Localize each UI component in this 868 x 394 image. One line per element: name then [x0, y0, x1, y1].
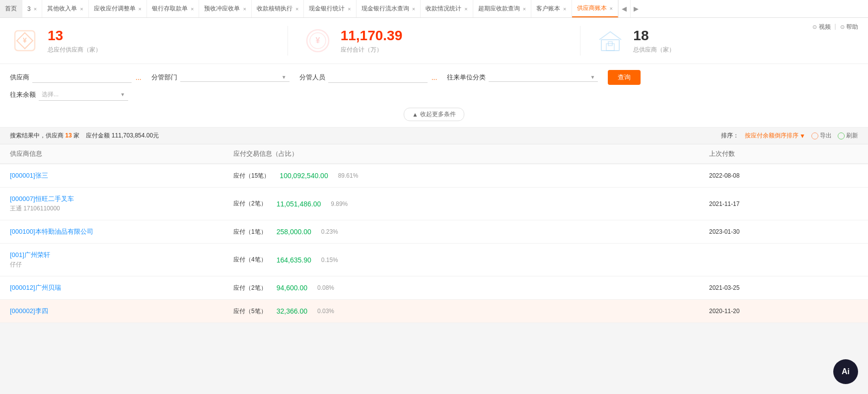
- nav-ar-ap-adjust[interactable]: 应收应付调整单 ×: [89, 0, 147, 17]
- export-icon: [811, 132, 818, 139]
- divider-2: [580, 26, 580, 56]
- close-collection-exec[interactable]: ×: [295, 6, 298, 12]
- tx-amount-link[interactable]: 258,000.00: [277, 228, 311, 236]
- query-button[interactable]: 查询: [608, 70, 641, 85]
- close-bank-deposit[interactable]: ×: [191, 6, 194, 12]
- balance-placeholder: 选择...: [42, 90, 59, 99]
- nav-tab-3[interactable]: 3 ×: [22, 0, 42, 17]
- tx-info-cell: 应付（15笔） 100,092,540.00 89.61%: [233, 172, 709, 180]
- nav-collection-exec[interactable]: 收款核销执行 ×: [252, 0, 304, 17]
- balance-select[interactable]: 选择... ▼: [39, 89, 128, 101]
- nav-collection-stat[interactable]: 收款情况统计 ×: [421, 0, 473, 17]
- link-separator: |: [835, 23, 836, 31]
- tx-amount-link[interactable]: 164,635.90: [277, 256, 311, 264]
- summary-bar: ⊙ 视频 | ⊙ 帮助 ¥ 13 总应付供应商（家） ¥ 11,170.39: [0, 18, 868, 64]
- nav-customer-ledger[interactable]: 客户账本 ×: [531, 0, 572, 17]
- total-payable-suppliers-count: 13: [48, 27, 101, 44]
- nav-bank-deposit[interactable]: 银行存取款单 ×: [147, 0, 199, 17]
- category-select[interactable]: ▼: [489, 73, 598, 82]
- supplier-info-cell: [000012]广州贝瑞: [10, 283, 233, 292]
- supplier-link[interactable]: [001]广州荣轩: [10, 251, 50, 259]
- result-actions: 排序： 按应付余额倒序排序 ▼ 导出 刷新: [721, 131, 858, 140]
- tx-percent: 0.03%: [317, 308, 334, 315]
- supplier-link[interactable]: [000100]本特勤油品有限公司: [10, 228, 93, 235]
- supplier-dots[interactable]: ...: [136, 73, 142, 81]
- coin-icon: ¥: [303, 26, 333, 56]
- category-filter: 往来单位分类 ▼: [447, 73, 598, 82]
- nav-overdue-ar[interactable]: 超期应收款查询 ×: [473, 0, 531, 17]
- close-collection-stat[interactable]: ×: [464, 6, 467, 12]
- close-customer-ledger[interactable]: ×: [563, 6, 566, 12]
- supplier-link[interactable]: [000001]张三: [10, 172, 48, 179]
- sort-label: 排序：: [721, 131, 739, 140]
- help-link[interactable]: ⊙ 帮助: [840, 23, 858, 31]
- last-pay-cell: 2023-01-30: [709, 228, 858, 235]
- sort-select[interactable]: 按应付余额倒序排序 ▼: [745, 131, 805, 140]
- supplier-link[interactable]: [000002]李四: [10, 307, 48, 315]
- supplier-info-cell: [000001]张三: [10, 171, 233, 180]
- category-arrow-icon: ▼: [590, 74, 595, 80]
- supplier-filter: 供应商 ...: [10, 72, 142, 83]
- nav-cash-bank-flow[interactable]: 现金银行流水查询 ×: [357, 0, 421, 17]
- person-input[interactable]: [328, 72, 428, 83]
- balance-arrow-icon: ▼: [120, 92, 125, 97]
- supplier-link[interactable]: [000007]恒旺二手叉车: [10, 195, 74, 202]
- nav-home[interactable]: 首页: [0, 0, 22, 17]
- last-pay-cell: 2021-11-17: [709, 200, 858, 207]
- tx-label: 应付（4笔）: [233, 256, 267, 264]
- supplier-input[interactable]: [32, 72, 132, 83]
- video-link[interactable]: ⊙ 视频: [812, 23, 830, 31]
- person-dots[interactable]: ...: [432, 73, 437, 81]
- supplier-link[interactable]: [000012]广州贝瑞: [10, 284, 61, 291]
- table-header: 供应商信息 应付交易信息（占比） 上次付数: [0, 144, 868, 164]
- dept-select[interactable]: ▼: [180, 73, 289, 82]
- close-cash-bank-stat[interactable]: ×: [348, 6, 351, 12]
- nav-supplier-ledger[interactable]: 供应商账本 ×: [572, 0, 618, 17]
- supplier-info-cell: [001]广州荣轩 仔仔: [10, 251, 233, 269]
- close-supplier-ledger[interactable]: ×: [610, 5, 613, 11]
- export-button[interactable]: 导出: [811, 131, 832, 140]
- person-filter: 分管人员 ...: [299, 72, 437, 83]
- svg-text:¥: ¥: [23, 36, 27, 44]
- tx-amount-link[interactable]: 94,600.00: [277, 284, 307, 292]
- supplier-label: 供应商: [10, 73, 29, 82]
- total-payable-label: 应付合计（万）: [341, 46, 403, 54]
- close-ar-ap-adjust[interactable]: ×: [139, 6, 142, 12]
- close-tab-3[interactable]: ×: [34, 6, 37, 12]
- summary-text-3: 18 总供应商（家）: [633, 27, 675, 55]
- nav-cash-bank-stat[interactable]: 现金银行统计 ×: [304, 0, 356, 17]
- table-row: [000007]恒旺二手叉车 王通 17106110000 应付（2笔） 11,…: [0, 188, 868, 220]
- close-prepay-offset[interactable]: ×: [243, 6, 246, 12]
- last-pay-cell: 2022-08-08: [709, 172, 858, 179]
- header-tx-info: 应付交易信息（占比）: [233, 149, 709, 158]
- result-count: 13: [65, 132, 72, 139]
- tx-label: 应付（5笔）: [233, 307, 267, 316]
- tx-label: 应付（2笔）: [233, 284, 267, 292]
- close-cash-bank-flow[interactable]: ×: [412, 6, 415, 12]
- nav-prepay-offset[interactable]: 预收冲应收单 ×: [199, 0, 251, 17]
- tx-amount-link[interactable]: 11,051,486.00: [277, 200, 321, 208]
- close-overdue-ar[interactable]: ×: [523, 6, 526, 12]
- person-label: 分管人员: [299, 73, 325, 82]
- summary-card-1: ¥ 13 总应付供应商（家）: [10, 26, 273, 56]
- tx-percent: 0.08%: [317, 284, 334, 291]
- result-info: 搜索结果中，供应商 13 家 应付金额 111,703,854.00元: [10, 131, 159, 140]
- nav-next-arrow[interactable]: ▶: [630, 0, 642, 17]
- tx-percent: 0.23%: [321, 228, 338, 235]
- tx-info-cell: 应付（4笔） 164,635.90 0.15%: [233, 256, 709, 264]
- table-row: [001]广州荣轩 仔仔 应付（4笔） 164,635.90 0.15%: [0, 244, 868, 276]
- refresh-button[interactable]: 刷新: [838, 131, 858, 140]
- nav-prev-arrow[interactable]: ◀: [618, 0, 630, 17]
- balance-filter: 往来余额 选择... ▼: [10, 89, 128, 101]
- total-payable-suppliers-label: 总应付供应商（家）: [48, 46, 101, 54]
- nav-other-income[interactable]: 其他收入单 ×: [42, 0, 88, 17]
- data-table: 供应商信息 应付交易信息（占比） 上次付数 [000001]张三 应付（15笔）…: [0, 144, 868, 323]
- table-row: [000002]李四 应付（5笔） 32,366.00 0.03% 2020-1…: [0, 300, 868, 323]
- tx-percent: 89.61%: [338, 172, 359, 179]
- tx-amount-link[interactable]: 32,366.00: [277, 307, 307, 315]
- close-other-income[interactable]: ×: [80, 6, 83, 12]
- result-bar: 搜索结果中，供应商 13 家 应付金额 111,703,854.00元 排序： …: [0, 128, 868, 144]
- collapse-button[interactable]: ▲ 收起更多条件: [404, 108, 464, 121]
- tx-amount-link[interactable]: 100,092,540.00: [280, 172, 328, 180]
- collapse-arrow-icon: ▲: [412, 111, 418, 118]
